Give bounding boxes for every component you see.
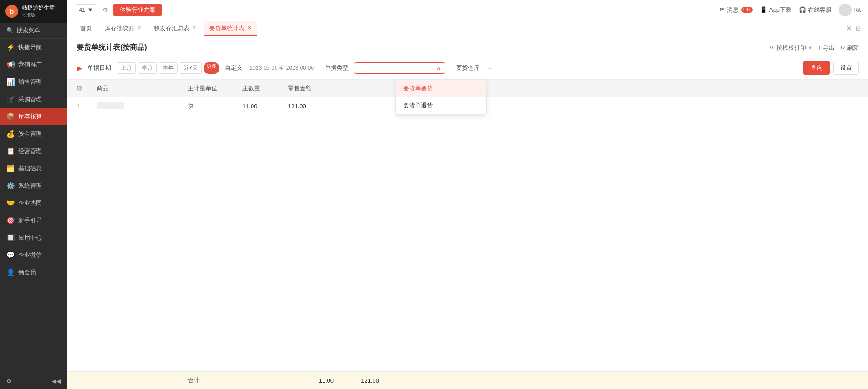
marketing-icon: 📢	[6, 61, 15, 69]
refresh-btn[interactable]: ↻ 刷新	[840, 44, 859, 52]
table-area: ⚙ 商品 主计量单位 主数量 零售金额 1	[67, 80, 868, 371]
col-gear: ⚙	[67, 80, 90, 97]
message-label: 消息	[727, 6, 739, 14]
settings-icon[interactable]: ⚙	[6, 378, 12, 384]
user-avatar	[839, 4, 852, 16]
warehouse-label: 要货仓库	[456, 64, 480, 72]
sidebar-item-label: 快捷导航	[18, 43, 42, 51]
sidebar-item-operation[interactable]: 📋 经营管理	[0, 143, 67, 160]
main-area: 41 ▼ ⚙ 体验行业方案 ✉ 消息 99+ 📱 App下载 🎧 在线客服 R	[67, 0, 868, 389]
store-name: 41	[79, 6, 85, 13]
sidebar-bottom: ⚙ ◀◀	[0, 373, 67, 389]
sidebar-item-purchase[interactable]: 🛒 采购管理	[0, 91, 67, 108]
sidebar-item-wechat[interactable]: 💬 企业微信	[0, 246, 67, 264]
tab-order-stats[interactable]: 要货单统计表 ✕	[204, 21, 257, 36]
user-name: Rit	[853, 6, 861, 13]
date-buttons: 上月 本月 本年 近7天 更多	[117, 62, 219, 74]
sidebar-item-cooperation[interactable]: 🤝 企业协同	[0, 194, 67, 212]
dropdown-item-order-goods[interactable]: 要货单要货	[396, 80, 486, 97]
filter-actions: 查询 设置	[803, 61, 859, 75]
date-btn-this-month[interactable]: 本月	[138, 62, 157, 74]
tabs-bar: 首页 库存批次账 ✕ 收发存汇总表 ✕ 要货单统计表 ✕ ✕ ⊞	[67, 20, 868, 37]
tab-inventory-batch-close[interactable]: ✕	[137, 25, 141, 31]
date-label: 单据日期	[87, 64, 111, 72]
trial-button[interactable]: 体验行业方案	[113, 4, 162, 16]
sidebar-item-label: 经营管理	[18, 147, 42, 155]
settings-gear-icon[interactable]: ⚙	[103, 6, 108, 13]
member-icon: 👤	[6, 268, 15, 276]
sidebar-item-apps[interactable]: 🔲 应用中心	[0, 229, 67, 246]
sidebar-item-finance[interactable]: 💰 资金管理	[0, 125, 67, 143]
filter-bar: ▶ 单据日期 上月 本月 本年 近7天 更多 自定义 2023-05-06 至 …	[67, 56, 868, 80]
tab-home[interactable]: 首页	[75, 21, 98, 36]
tab-receipt-summary-label: 收发存汇总表	[154, 24, 190, 32]
search-icon: 🔍	[6, 27, 14, 34]
tab-close-all[interactable]: ✕	[846, 24, 852, 33]
wechat-icon: 💬	[6, 251, 15, 259]
app-logo: b 畅捷通好生意 标准版	[0, 0, 67, 23]
sidebar-item-shortcut[interactable]: ⚡ 快捷导航	[0, 39, 67, 56]
message-item[interactable]: ✉ 消息 99+	[720, 6, 753, 14]
app-download-item[interactable]: 📱 App下载	[760, 6, 791, 14]
more-badge[interactable]: 更多	[204, 62, 219, 74]
tab-order-stats-close[interactable]: ✕	[247, 25, 252, 31]
date-btn-last-month[interactable]: 上月	[117, 62, 136, 74]
app-download-label: App下载	[769, 6, 791, 14]
tab-inventory-batch[interactable]: 库存批次账 ✕	[99, 21, 147, 36]
sidebar-item-label: 采购管理	[18, 95, 42, 103]
sidebar-item-label: 系统管理	[18, 182, 42, 190]
collapse-icon[interactable]: ◀◀	[52, 378, 61, 384]
custom-date-label[interactable]: 自定义	[225, 64, 242, 72]
tab-order-stats-label: 要货单统计表	[209, 24, 245, 32]
export-btn[interactable]: ↑ 导出	[818, 44, 835, 52]
query-button[interactable]: 查询	[803, 61, 830, 75]
tab-home-label: 首页	[80, 24, 92, 32]
user-item[interactable]: Rit	[839, 4, 861, 16]
row-qty: 11.00	[236, 97, 282, 115]
settings-button[interactable]: 设置	[833, 61, 859, 75]
sidebar-item-member[interactable]: 👤 畅会员	[0, 264, 67, 281]
sidebar-item-system[interactable]: ⚙️ 系统管理	[0, 177, 67, 194]
table-settings-icon[interactable]: ⚙	[76, 84, 82, 92]
sidebar-item-inventory[interactable]: 📦 库存核算	[0, 108, 67, 125]
tab-receipt-summary-close[interactable]: ✕	[192, 25, 196, 31]
table-footer: 合计 11.00 121.00	[67, 371, 868, 389]
print-btn[interactable]: 🖨 按模板打印 ▼	[769, 44, 813, 52]
service-icon: 🎧	[799, 6, 806, 13]
print-dropdown-icon: ▼	[808, 45, 813, 51]
store-dropdown-icon: ▼	[87, 6, 93, 13]
filter-toggle[interactable]: ▶	[77, 64, 82, 72]
row-unit: 块	[181, 97, 236, 115]
sales-icon: 📊	[6, 78, 15, 86]
sidebar-item-label: 资金管理	[18, 130, 42, 138]
dropdown-item-order-return[interactable]: 要货单退货	[396, 97, 486, 114]
store-selector[interactable]: 41 ▼	[75, 4, 97, 15]
row-num: 1	[67, 97, 90, 115]
warehouse-more-icon[interactable]: ···	[487, 65, 492, 72]
type-select[interactable]: ∧	[354, 62, 445, 74]
purchase-icon: 🛒	[6, 95, 15, 103]
sidebar-item-label: 应用中心	[18, 234, 42, 242]
date-btn-this-year[interactable]: 本年	[159, 62, 178, 74]
tab-receipt-summary[interactable]: 收发存汇总表 ✕	[149, 21, 202, 36]
sidebar-item-label: 企业协同	[18, 199, 42, 207]
search-menu[interactable]: 🔍 搜索菜单	[0, 23, 67, 39]
tab-maximize[interactable]: ⊞	[856, 25, 861, 32]
type-select-arrow-icon: ∧	[437, 65, 441, 72]
phone-icon: 📱	[760, 6, 767, 13]
sidebar-item-basic[interactable]: 🗂️ 基础信息	[0, 160, 67, 177]
date-btn-7days[interactable]: 近7天	[180, 62, 202, 74]
sidebar-item-guide[interactable]: 🎯 新手引导	[0, 212, 67, 229]
online-service-item[interactable]: 🎧 在线客服	[799, 6, 832, 14]
sidebar-item-marketing[interactable]: 📢 营销推广	[0, 56, 67, 73]
sidebar-item-sales[interactable]: 📊 销售管理	[0, 73, 67, 91]
page-content: 要货单统计表(按商品) 🖨 按模板打印 ▼ ↑ 导出 ↻ 刷新 ▶	[67, 37, 868, 389]
page-actions: 🖨 按模板打印 ▼ ↑ 导出 ↻ 刷新	[769, 44, 859, 52]
header-left: 41 ▼ ⚙ 体验行业方案	[75, 4, 162, 16]
sidebar-item-label: 库存核算	[18, 113, 42, 121]
col-amount: 零售金额	[282, 80, 327, 97]
system-icon: ⚙️	[6, 182, 15, 190]
footer-label: 合计	[188, 376, 297, 384]
header-right: ✉ 消息 99+ 📱 App下载 🎧 在线客服 Rit	[720, 4, 861, 16]
export-label: 导出	[823, 44, 835, 52]
